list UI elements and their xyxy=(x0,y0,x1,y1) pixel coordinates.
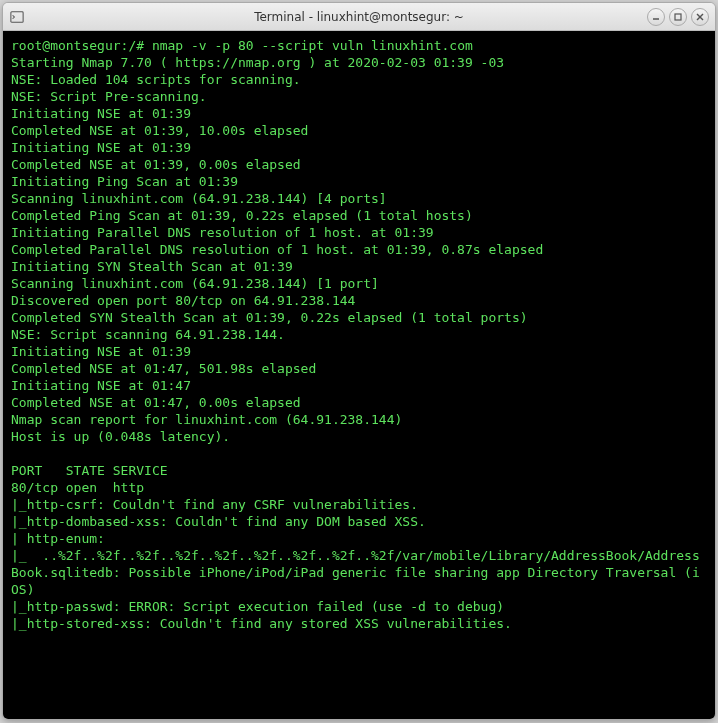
terminal-output[interactable]: root@montsegur:/# nmap -v -p 80 --script… xyxy=(3,31,715,719)
terminal-icon xyxy=(9,9,25,25)
window-title: Terminal - linuxhint@montsegur: ~ xyxy=(9,10,709,24)
minimize-button[interactable] xyxy=(647,8,665,26)
terminal-lines: Starting Nmap 7.70 ( https://nmap.org ) … xyxy=(11,55,700,631)
window-controls xyxy=(647,8,709,26)
terminal-window: Terminal - linuxhint@montsegur: ~ root@m… xyxy=(2,2,716,720)
prompt: root@montsegur:/# xyxy=(11,38,152,53)
command: nmap -v -p 80 --script vuln linuxhint.co… xyxy=(152,38,473,53)
svg-rect-2 xyxy=(675,14,681,20)
close-button[interactable] xyxy=(691,8,709,26)
svg-rect-0 xyxy=(11,11,23,22)
titlebar[interactable]: Terminal - linuxhint@montsegur: ~ xyxy=(3,3,715,31)
maximize-button[interactable] xyxy=(669,8,687,26)
